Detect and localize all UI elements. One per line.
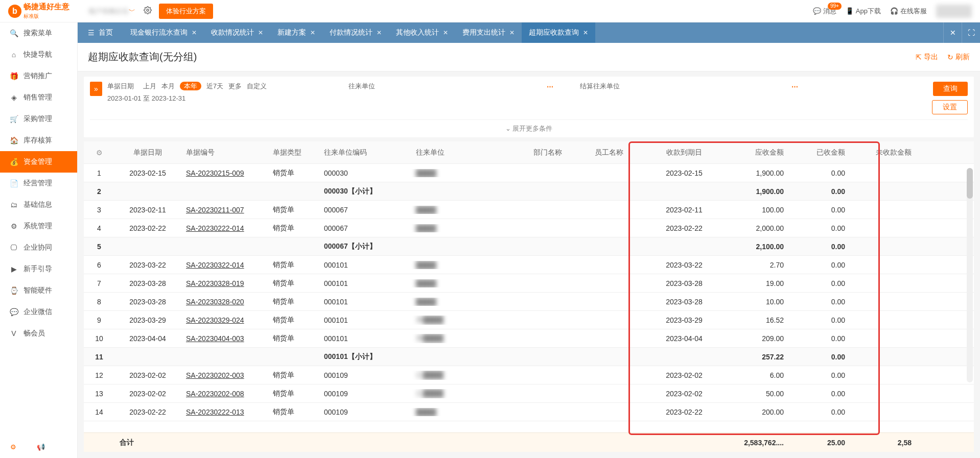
col-amount-unreceived[interactable]: 未收款金额 xyxy=(850,148,917,157)
close-icon[interactable]: ✕ xyxy=(583,29,588,36)
quick-range-2[interactable]: 本年 xyxy=(180,82,201,90)
sidebar-item-db[interactable]: 🗂基础信息 xyxy=(0,194,77,215)
close-all-tabs-button[interactable]: ✕ xyxy=(943,22,962,43)
sidebar-item-tag[interactable]: ◈销售管理 xyxy=(0,87,77,108)
col-dept[interactable]: 部门名称 xyxy=(528,148,590,157)
export-button[interactable]: ⇱导出 xyxy=(916,53,938,62)
cell-doc-no[interactable]: SA-20230328-019 xyxy=(181,279,268,287)
sidebar-item-cart[interactable]: 🛒采购管理 xyxy=(0,108,77,130)
table-row[interactable]: 132023-02-02SA-20230202-008销货单000109亿███… xyxy=(84,384,974,403)
quick-range-1[interactable]: 本月 xyxy=(161,82,175,90)
tab-1[interactable]: 收款情况统计✕ xyxy=(204,22,270,43)
unit-input[interactable] xyxy=(379,86,543,87)
table-row[interactable]: 122023-02-02SA-20230202-003销货单000109亿███… xyxy=(84,366,974,384)
table-row[interactable]: 82023-03-28SA-20230328-020销货单000101████2… xyxy=(84,293,974,311)
search-button[interactable]: 查询 xyxy=(933,82,968,96)
fullscreen-button[interactable]: ⛶ xyxy=(962,22,980,43)
cell-doc-no[interactable]: SA-20230222-013 xyxy=(181,408,268,416)
close-icon[interactable]: ✕ xyxy=(509,29,515,36)
collapse-filter-button[interactable]: » xyxy=(90,82,102,96)
gear-icon[interactable] xyxy=(144,6,152,16)
tab-5[interactable]: 费用支出统计✕ xyxy=(455,22,522,43)
table-row[interactable]: 92023-03-29SA-20230329-024销货单000101测████… xyxy=(84,311,974,329)
quick-range-3[interactable]: 近7天 xyxy=(206,82,223,90)
table-row[interactable]: 32023-02-11SA-20230211-007销货单000067████2… xyxy=(84,201,974,219)
tab-4[interactable]: 其他收入统计✕ xyxy=(389,22,455,43)
sidebar-item-wx[interactable]: 💬企业微信 xyxy=(0,301,77,323)
col-unit[interactable]: 往来单位 xyxy=(411,148,528,157)
cell-doc-no[interactable]: SA-20230404-003 xyxy=(181,334,268,343)
cell-doc-no[interactable]: SA-20230202-003 xyxy=(181,371,268,379)
avatar[interactable] xyxy=(936,5,972,18)
table-row[interactable]: 72023-03-28SA-20230328-019销货单000101████2… xyxy=(84,274,974,293)
cell-doc-no[interactable]: SA-20230211-007 xyxy=(181,206,268,214)
vertical-scrollbar[interactable] xyxy=(967,168,973,382)
col-date[interactable]: 单据日期 xyxy=(114,148,181,157)
sidebar-item-gift[interactable]: 🎁营销推广 xyxy=(0,65,77,87)
col-due-date[interactable]: 收款到期日 xyxy=(646,148,722,157)
date-range[interactable]: 2023-01-01 至 2023-12-31 xyxy=(107,94,272,103)
settle-more-icon[interactable]: ⋯ xyxy=(791,83,799,90)
refresh-button[interactable]: ↻刷新 xyxy=(947,53,970,62)
column-settings-icon[interactable]: ⚙ xyxy=(84,149,114,157)
col-emp[interactable]: 员工名称 xyxy=(590,148,646,157)
sidebar-item-doc[interactable]: 📄经营管理 xyxy=(0,173,77,194)
cell-doc-no[interactable]: SA-20230328-020 xyxy=(181,298,268,306)
col-amount-receivable[interactable]: 应收金额 xyxy=(722,148,789,157)
table-subtotal-row[interactable]: 11000101【小计】257.220.00 xyxy=(84,348,974,366)
settings-gear-icon[interactable]: ⚙ xyxy=(10,443,16,451)
settings-button[interactable]: 设置 xyxy=(932,100,968,114)
tab-0[interactable]: 现金银行流水查询✕ xyxy=(123,22,204,43)
row-index: 1 xyxy=(84,169,114,177)
sidebar-item-vip[interactable]: V畅会员 xyxy=(0,323,77,344)
close-icon[interactable]: ✕ xyxy=(310,29,315,36)
cell-doc-no[interactable]: SA-20230322-014 xyxy=(181,261,268,269)
col-doc-no[interactable]: 单据编号 xyxy=(181,148,268,157)
table-row[interactable]: 42023-02-22SA-20230222-014销货单000067████2… xyxy=(84,219,974,237)
close-icon[interactable]: ✕ xyxy=(377,29,382,36)
cell-doc-no[interactable]: SA-20230222-014 xyxy=(181,224,268,232)
table-row[interactable]: 102023-04-04SA-20230404-003销货单000101测███… xyxy=(84,329,974,348)
trial-button[interactable]: 体验行业方案 xyxy=(159,4,213,19)
support-link[interactable]: 🎧 在线客服 xyxy=(890,7,927,16)
sidebar-item-search[interactable]: 🔍搜索菜单 xyxy=(0,22,77,44)
tab-6[interactable]: 超期应收款查询✕ xyxy=(522,22,595,43)
sidebar-item-ent[interactable]: 🖵企业协同 xyxy=(0,237,77,258)
table-row[interactable]: 142023-02-22SA-20230222-013销货单000109████… xyxy=(84,403,974,421)
app-download-link[interactable]: 📱 App下载 xyxy=(846,7,881,16)
quick-range-4[interactable]: 更多 xyxy=(228,82,242,90)
sound-icon[interactable]: 📢 xyxy=(37,443,45,451)
expand-filters-button[interactable]: ⌄ 展开更多条件 xyxy=(90,119,968,137)
close-icon[interactable]: ✕ xyxy=(258,29,263,36)
close-icon[interactable]: ✕ xyxy=(192,29,197,36)
table-subtotal-row[interactable]: 5000067【小计】2,100.000.00 xyxy=(84,237,974,256)
tab-home[interactable]: ☰ 首页 xyxy=(78,22,123,43)
col-doc-type[interactable]: 单据类型 xyxy=(268,148,319,157)
cell-doc-no[interactable]: SA-20230215-009 xyxy=(181,169,268,177)
table-subtotal-row[interactable]: 2000030【小计】1,900.000.00 xyxy=(84,182,974,201)
table-row[interactable]: 12023-02-15SA-20230215-009销货单000030████2… xyxy=(84,164,974,182)
sidebar-item-home[interactable]: ⌂快捷导航 xyxy=(0,44,77,65)
cell-doc-no[interactable]: SA-20230329-024 xyxy=(181,316,268,324)
quick-range-5[interactable]: 自定义 xyxy=(247,82,267,90)
sidebar-item-label: 畅会员 xyxy=(24,329,45,338)
table-row[interactable]: 62023-03-22SA-20230322-014销货单000101████2… xyxy=(84,256,974,274)
sidebar-item-sys[interactable]: ⚙系统管理 xyxy=(0,215,77,237)
unit-more-icon[interactable]: ⋯ xyxy=(547,83,554,90)
col-amount-received[interactable]: 已收金额 xyxy=(789,148,850,157)
tab-2[interactable]: 新建方案✕ xyxy=(270,22,322,43)
sidebar-item-guide[interactable]: ▶新手引导 xyxy=(0,258,77,280)
chevron-down-icon[interactable]: ﹀ xyxy=(129,7,135,16)
cell-code: 000101 xyxy=(319,334,411,343)
tab-3[interactable]: 付款情况统计✕ xyxy=(322,22,389,43)
messages-link[interactable]: 💬 消息 99+ xyxy=(813,7,836,16)
tenant-selector[interactable]: 租户名称占位 xyxy=(89,7,129,16)
quick-range-0[interactable]: 上月 xyxy=(143,82,156,90)
col-unit-code[interactable]: 往来单位编码 xyxy=(319,148,411,157)
sidebar-item-hw[interactable]: ⌚智能硬件 xyxy=(0,280,77,301)
sidebar-item-money[interactable]: 💰资金管理 xyxy=(0,151,77,173)
cell-doc-no[interactable]: SA-20230202-008 xyxy=(181,390,268,398)
close-icon[interactable]: ✕ xyxy=(443,29,448,36)
sidebar-item-house[interactable]: 🏠库存核算 xyxy=(0,130,77,151)
settle-unit-input[interactable] xyxy=(624,86,787,87)
